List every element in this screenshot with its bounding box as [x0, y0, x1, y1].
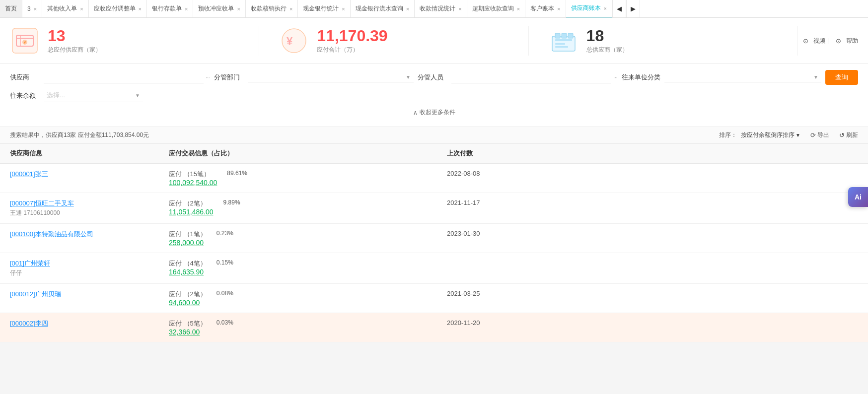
person-filter-input[interactable]: [451, 71, 611, 83]
nav-tab-bank-deposit[interactable]: 银行存款单 ×: [147, 0, 193, 18]
supplier-cell-1: [000001]张三: [10, 170, 169, 179]
close-tab-cash-bank-flow-icon[interactable]: ×: [406, 6, 409, 12]
supplier-filter-dots-icon[interactable]: ···: [206, 75, 210, 80]
nav-prev-arrow[interactable]: ◀: [612, 0, 626, 18]
supplier-contact-2: 王通 17106110000: [10, 209, 169, 217]
balance-select-text: 选择...: [47, 91, 133, 100]
trans-amount-3[interactable]: 258,000.00: [169, 239, 207, 247]
nav-tab-bank-deposit-label: 银行存款单: [152, 4, 182, 13]
supplier-link-5[interactable]: [000012]广州贝瑞: [10, 290, 61, 298]
sort-select[interactable]: 按应付余额倒序排序 ▼: [741, 131, 800, 139]
nav-tab-receipt-verify-label: 收款核销执行: [251, 4, 287, 13]
trans-label-4: 应付 （4笔）: [169, 259, 207, 268]
trans-percent-4: 0.15%: [217, 259, 233, 266]
trans-amount-2[interactable]: 11,051,486.00: [169, 208, 214, 216]
transaction-cell-4: 应付 （4笔） 164,635.90 0.15%: [169, 259, 447, 276]
stat-block-payable-total: ¥ 11,170.39 应付合计（万）: [279, 26, 528, 56]
person-filter-dots-icon[interactable]: ···: [613, 75, 617, 80]
nav-tab-collection-stat-label: 收款情况统计: [420, 4, 455, 13]
close-tab-collection-stat-icon[interactable]: ×: [458, 6, 461, 12]
nav-tab-receipt-verify[interactable]: 收款核销执行 ×: [246, 0, 298, 18]
nav-tab-cash-bank-stat[interactable]: 现金银行统计 ×: [298, 0, 350, 18]
export-button[interactable]: ⟳ 导出: [810, 131, 829, 139]
nav-tab-3[interactable]: 3 ×: [22, 0, 42, 18]
trans-amount-6[interactable]: 32,366.00: [169, 328, 207, 336]
supplier-cell-2: [000007]恒旺二手叉车 王通 17106110000: [10, 199, 169, 217]
col-header-last-payment: 上次付数: [447, 149, 858, 158]
stat-icon-3: [549, 26, 579, 56]
nav-tab-overdue-query[interactable]: 超期应收款查询 ×: [467, 0, 525, 18]
supplier-filter-input[interactable]: [44, 71, 204, 83]
trans-amount-1[interactable]: 100,092,540.00: [169, 179, 217, 187]
close-tab-bank-deposit-icon[interactable]: ×: [185, 6, 188, 12]
close-tab-receipt-verify-icon[interactable]: ×: [289, 6, 292, 12]
nav-tab-home-label: 首页: [5, 4, 17, 13]
result-bar: 搜索结果中，供应商13家 应付金额111,703,854.00元 排序： 按应付…: [0, 127, 868, 144]
dept-filter-select[interactable]: ▼: [248, 72, 414, 82]
nav-tab-other-income[interactable]: 其他收入单 ×: [42, 0, 88, 18]
category-filter-select[interactable]: ▼: [664, 72, 822, 82]
nav-tab-cash-bank-flow[interactable]: 现金银行流水查询 ×: [351, 0, 415, 18]
trans-amount-4[interactable]: 164,635.90: [169, 268, 207, 276]
sort-value: 按应付余额倒序排序: [741, 131, 795, 139]
trans-label-2: 应付 （2笔）: [169, 199, 214, 208]
trans-amount-5[interactable]: 94,600.00: [169, 299, 207, 307]
supplier-link-3[interactable]: [000100]本特勤油品有限公司: [10, 230, 93, 238]
svg-rect-11: [568, 33, 573, 38]
nav-tab-ap-adjust[interactable]: 应收应付调整单 ×: [89, 0, 147, 18]
nav-next-arrow[interactable]: ▶: [626, 0, 640, 18]
table-row: [000012]广州贝瑞 应付 （2笔） 94,600.00 0.08% 202…: [0, 284, 868, 313]
stat-number-total-suppliers: 18: [586, 28, 628, 44]
video-link[interactable]: 视频: [813, 37, 825, 45]
supplier-link-4[interactable]: [001]广州荣轩: [10, 260, 50, 267]
help-link[interactable]: 帮助: [846, 37, 858, 45]
filter-row-2: 往来余额 选择... ▼: [10, 89, 858, 102]
close-tab-3-icon[interactable]: ×: [34, 6, 37, 12]
supplier-link-2[interactable]: [000007]恒旺二手叉车: [10, 199, 74, 207]
filter-item-dept: 分管部门 ▼: [214, 72, 414, 82]
trans-percent-1: 89.61%: [227, 170, 247, 177]
svg-rect-13: [555, 43, 565, 45]
collapse-filters-button[interactable]: ∧ 收起更多条件: [407, 106, 461, 119]
refresh-button[interactable]: ↺ 刷新: [839, 131, 858, 139]
stat-number-payable-total: 11,170.39: [317, 28, 387, 44]
collapse-chevron-icon: ∧: [413, 109, 418, 116]
close-tab-cash-bank-stat-icon[interactable]: ×: [342, 6, 345, 12]
close-tab-overdue-query-icon[interactable]: ×: [517, 6, 520, 12]
dept-filter-label: 分管部门: [214, 73, 244, 82]
nav-tab-collection-stat[interactable]: 收款情况统计 ×: [415, 0, 467, 18]
close-tab-ap-adjust-icon[interactable]: ×: [139, 6, 142, 12]
transaction-cell-3: 应付 （1笔） 258,000.00 0.23%: [169, 230, 447, 247]
svg-text:¥: ¥: [287, 35, 293, 47]
supplier-cell-3: [000100]本特勤油品有限公司: [10, 230, 169, 239]
sort-arrow-icon: ▼: [796, 132, 800, 138]
nav-tab-overdue-query-label: 超期应收款查询: [472, 4, 514, 13]
supplier-link-1[interactable]: [000001]张三: [10, 170, 48, 178]
ai-assistant-button[interactable]: Ai: [848, 187, 868, 207]
close-tab-other-income-icon[interactable]: ×: [80, 6, 83, 12]
top-navigation: 首页 3 × 其他收入单 × 应收应付调整单 × 银行存款单 × 预收冲应收单 …: [0, 0, 868, 18]
close-tab-customer-account-icon[interactable]: ×: [557, 6, 560, 12]
nav-tab-customer-account[interactable]: 客户账本 ×: [525, 0, 566, 18]
supplier-link-6[interactable]: [000002]李四: [10, 320, 48, 327]
video-icon: ⊙: [803, 37, 808, 45]
search-button[interactable]: 查询: [825, 70, 858, 85]
table-row: [000100]本特勤油品有限公司 应付 （1笔） 258,000.00 0.2…: [0, 224, 868, 253]
nav-tab-advance-collection[interactable]: 预收冲应收单 ×: [193, 0, 245, 18]
last-payment-cell-6: 2020-11-20: [447, 319, 858, 327]
nav-tab-supplier-account[interactable]: 供应商账本 ×: [566, 0, 612, 18]
supplier-filter-label: 供应商: [10, 73, 40, 82]
collapse-label: 收起更多条件: [420, 108, 455, 117]
close-tab-advance-collection-icon[interactable]: ×: [237, 6, 240, 12]
nav-tab-3-label: 3: [27, 5, 31, 12]
transaction-info-3: 应付 （1笔） 258,000.00: [169, 230, 207, 247]
stat-text-2: 11,170.39 应付合计（万）: [317, 28, 387, 54]
svg-point-6: [282, 29, 306, 53]
supplier-cell-6: [000002]李四: [10, 319, 169, 328]
nav-tab-cash-bank-stat-label: 现金银行统计: [303, 4, 339, 13]
nav-tab-home[interactable]: 首页: [0, 0, 22, 18]
balance-filter-label: 往来余额: [10, 91, 40, 100]
stat-label-payable-suppliers: 总应付供应商（家）: [48, 46, 101, 54]
close-tab-supplier-account-icon[interactable]: ×: [604, 5, 607, 11]
balance-filter-select[interactable]: 选择... ▼: [44, 89, 143, 102]
